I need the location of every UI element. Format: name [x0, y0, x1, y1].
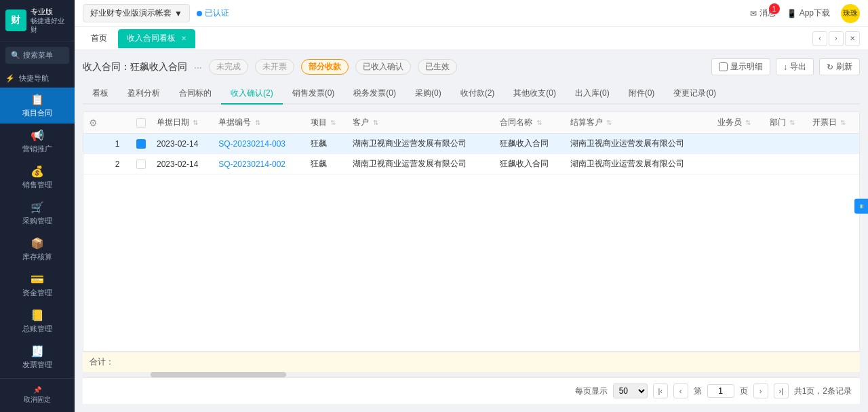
- sidebar-item-invoice[interactable]: 🧾 发票管理: [0, 339, 75, 375]
- certified-label: 已认证: [205, 7, 229, 19]
- table-row[interactable]: 2 2023-02-14 SQ-20230214-002 狂飙 湖南卫视商业运营…: [83, 154, 859, 174]
- row-doc-no-link[interactable]: SQ-20230214-002: [218, 160, 285, 169]
- refresh-button[interactable]: ↻ 刷新: [819, 58, 860, 75]
- pagination-prev-button[interactable]: ‹: [673, 383, 688, 398]
- sort-customer-icon[interactable]: ⇅: [373, 119, 378, 126]
- horizontal-scrollbar[interactable]: [83, 372, 860, 377]
- tab-next-button[interactable]: ›: [829, 31, 844, 46]
- tab-attachments[interactable]: 附件(0): [619, 83, 665, 105]
- side-float-button[interactable]: ≡: [854, 198, 868, 213]
- row-settlement-customer-cell: 湖南卫视商业运营发展有限公司: [565, 134, 712, 154]
- pagination-next-button[interactable]: ›: [753, 383, 768, 398]
- app-download-button[interactable]: 📱 App下载: [787, 7, 830, 19]
- status-incomplete-button[interactable]: 未完成: [209, 59, 248, 75]
- sidebar-item-label: 项目合同: [22, 108, 52, 118]
- pagination-first-button[interactable]: |‹: [653, 383, 668, 398]
- sidebar-item-general-ledger[interactable]: 📒 总账管理: [0, 303, 75, 339]
- per-page-select[interactable]: 50 20 100: [613, 383, 648, 398]
- col-salesperson: 业务员 ⇅: [712, 112, 764, 134]
- status-confirmed-button[interactable]: 已收入确认: [355, 59, 411, 75]
- footer-total-label: 合计：: [90, 356, 114, 368]
- table-row[interactable]: 1 2023-02-14 SQ-20230214-003 狂飙 湖南卫视商业运营…: [83, 134, 859, 154]
- topbar: 好业财专业版演示帐套 ▼ 已认证 ✉ 消息 1 📱 App下载 珠珠: [75, 0, 868, 27]
- sidebar-item-inventory[interactable]: 📦 库存核算: [0, 231, 75, 267]
- dropdown-icon: ▼: [174, 9, 182, 18]
- sort-contract-name-icon[interactable]: ⇅: [536, 119, 542, 126]
- pagination-page-input[interactable]: [707, 384, 734, 398]
- more-options-icon[interactable]: ···: [194, 62, 202, 73]
- col-no: [104, 112, 131, 134]
- cancel-fixed-button[interactable]: 📌 取消固定: [0, 383, 75, 408]
- scrollbar-thumb[interactable]: [151, 372, 286, 377]
- main-area: 好业财专业版演示帐套 ▼ 已认证 ✉ 消息 1 📱 App下载 珠珠 首页: [75, 0, 868, 412]
- purchase-icon: 🛒: [31, 201, 44, 214]
- tab-income-confirm-label: 收入确认(2): [231, 88, 273, 98]
- show-detail-button[interactable]: 显示明细: [711, 58, 770, 75]
- sidebar-item-sales[interactable]: 💰 销售管理: [0, 160, 75, 195]
- sort-salesperson-icon[interactable]: ⇅: [745, 119, 751, 126]
- col-settlement-customer-label: 结算客户: [570, 117, 603, 127]
- status-partial-button[interactable]: 部分收款: [301, 59, 349, 75]
- row-checkbox[interactable]: [136, 139, 146, 149]
- tab-other-income-label: 其他收支(0): [513, 88, 556, 98]
- tab-income-confirm[interactable]: 收入确认(2): [221, 83, 283, 105]
- status-noinvoice-button[interactable]: 未开票: [255, 59, 294, 75]
- sort-department-icon[interactable]: ⇅: [789, 119, 795, 126]
- user-avatar[interactable]: 珠珠: [841, 4, 860, 23]
- page-title: 收入合同：狂飙收入合同: [83, 61, 187, 73]
- pagination-last-button[interactable]: ›|: [774, 383, 789, 398]
- export-button[interactable]: ↓ 导出: [776, 58, 814, 75]
- user-name: 珠珠: [843, 8, 858, 18]
- tab-sales-invoice[interactable]: 销售发票(0): [283, 83, 344, 105]
- row-salesperson-cell: [712, 154, 764, 174]
- tab-board[interactable]: 看板: [83, 83, 118, 105]
- sidebar-item-capital[interactable]: 💳 资金管理: [0, 267, 75, 303]
- mobile-icon: 📱: [787, 9, 797, 18]
- col-settings: ⚙: [83, 112, 104, 134]
- sort-doc-no-icon[interactable]: ⇅: [255, 119, 260, 126]
- quick-nav-button[interactable]: ⚡ 快捷导航: [0, 69, 75, 88]
- inventory-icon: 📦: [31, 237, 44, 250]
- tab-income-contract[interactable]: 收入合同看板 ✕: [118, 29, 195, 48]
- settings-icon[interactable]: ⚙: [89, 117, 98, 128]
- sort-settlement-icon[interactable]: ⇅: [606, 119, 612, 126]
- tab-prev-button[interactable]: ‹: [812, 31, 827, 46]
- row-department-cell: [764, 134, 807, 154]
- company-selector[interactable]: 好业财专业版演示帐套 ▼: [83, 4, 190, 22]
- select-all-checkbox[interactable]: [136, 118, 146, 128]
- tab-stock-out[interactable]: 出入库(0): [566, 83, 619, 105]
- sidebar-item-purchase[interactable]: 🛒 采购管理: [0, 195, 75, 231]
- tab-purchase[interactable]: 采购(0): [406, 83, 451, 105]
- tab-close-all-button[interactable]: ✕: [845, 31, 860, 46]
- sort-date-icon[interactable]: ⇅: [193, 119, 198, 126]
- row-checkbox[interactable]: [136, 160, 146, 169]
- export-label: 导出: [790, 61, 806, 73]
- status-effective-button[interactable]: 已生效: [418, 59, 457, 75]
- tab-payment[interactable]: 收付款(2): [451, 83, 505, 105]
- tab-other-income[interactable]: 其他收支(0): [504, 83, 566, 105]
- sort-project-icon[interactable]: ⇅: [330, 119, 336, 126]
- tab-contract-standard[interactable]: 合同标的: [170, 83, 221, 105]
- message-button[interactable]: ✉ 消息 1: [750, 7, 776, 19]
- sidebar-item-project-contract[interactable]: 📋 项目合同: [0, 88, 75, 124]
- tab-home-label: 首页: [91, 33, 107, 44]
- row-customer-cell: 湖南卫视商业运营发展有限公司: [347, 134, 494, 154]
- sidebar-item-marketing[interactable]: 📢 营销推广: [0, 124, 75, 160]
- col-department-label: 部门: [770, 117, 786, 127]
- tab-purchase-label: 采购(0): [415, 88, 441, 98]
- tab-bar: 首页 收入合同看板 ✕ ‹ › ✕: [75, 27, 868, 50]
- tab-tax-invoice[interactable]: 税务发票(0): [344, 83, 406, 105]
- tab-home[interactable]: 首页: [83, 29, 115, 48]
- search-menu-button[interactable]: 🔍 搜索菜单: [5, 47, 69, 64]
- tab-sales-invoice-label: 销售发票(0): [292, 88, 335, 98]
- row-doc-no-link[interactable]: SQ-20230214-003: [218, 139, 285, 149]
- show-detail-checkbox[interactable]: [719, 62, 728, 71]
- tab-profit[interactable]: 盈利分析: [118, 83, 170, 105]
- project-contract-icon: 📋: [31, 93, 44, 106]
- tab-close-icon[interactable]: ✕: [181, 35, 186, 42]
- pagination-total-info: 共1页，2条记录: [794, 386, 852, 397]
- tab-change-log[interactable]: 变更记录(0): [664, 83, 726, 105]
- sort-open-date-icon[interactable]: ⇅: [840, 119, 846, 126]
- logo-icon: 财: [5, 10, 26, 31]
- sidebar-bottom: 📌 取消固定: [0, 378, 75, 412]
